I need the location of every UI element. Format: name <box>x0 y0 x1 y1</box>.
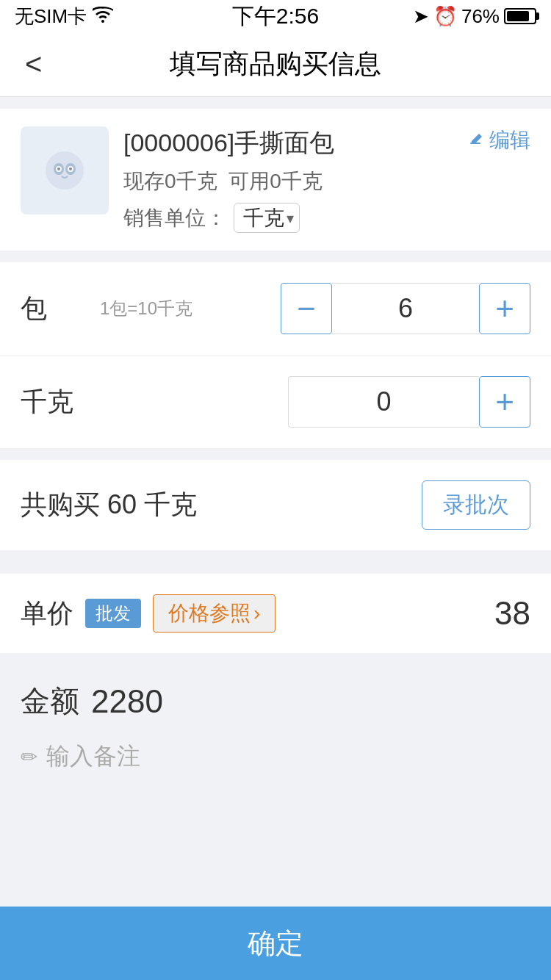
kg-stepper: + <box>288 376 530 428</box>
bao-row: 包 1包=10千克 − + <box>0 262 551 356</box>
amount-section: 金额 2280 ✏ 输入备注 <box>0 653 551 799</box>
status-right: ➤ ⏰ 76% <box>413 5 536 28</box>
price-row: 单价 批发 价格参照 › 38 <box>21 594 530 633</box>
price-ref-button[interactable]: 价格参照 › <box>153 594 276 633</box>
price-label: 单价 <box>21 596 73 632</box>
quantity-section: 包 1包=10千克 − + 千克 + <box>0 262 551 448</box>
confirm-label: 确定 <box>248 925 303 962</box>
status-time: 下午2:56 <box>232 1 319 32</box>
product-unit-row: 销售单位： 千克 包 <box>123 203 530 233</box>
amount-label: 金额 <box>21 681 79 721</box>
bao-sublabel: 1包=10千克 <box>100 297 192 320</box>
bao-increment-button[interactable]: + <box>479 283 530 334</box>
status-bar: 无SIM卡 下午2:56 ➤ ⏰ 76% <box>0 0 551 32</box>
bao-decrement-button[interactable]: − <box>281 283 332 334</box>
summary-text: 共购买 60 千克 <box>21 487 197 523</box>
status-left: 无SIM卡 <box>15 4 113 29</box>
pencil-icon: ✏ <box>21 745 37 769</box>
kg-increment-button[interactable]: + <box>479 376 530 428</box>
carrier-label: 无SIM卡 <box>15 4 87 29</box>
price-badge: 批发 <box>85 599 141 628</box>
remark-row[interactable]: ✏ 输入备注 <box>21 729 530 785</box>
price-value: 38 <box>494 595 530 632</box>
kg-label: 千克 <box>21 384 94 420</box>
kg-row: 千克 + <box>0 356 551 448</box>
unit-select[interactable]: 千克 包 <box>234 203 300 233</box>
gps-icon: ➤ <box>413 5 429 28</box>
bao-label: 包 <box>21 291 94 327</box>
edit-button[interactable]: 编辑 <box>469 126 530 154</box>
price-section: 单价 批发 价格参照 › 38 <box>0 574 551 653</box>
svg-point-0 <box>46 151 84 190</box>
divider-1 <box>0 550 551 562</box>
product-stock: 现存0千克 可用0千克 <box>123 167 530 195</box>
kg-input[interactable] <box>288 376 479 428</box>
battery-icon <box>504 8 536 24</box>
svg-point-5 <box>57 167 60 170</box>
summary-row: 共购买 60 千克 录批次 <box>0 460 551 550</box>
amount-value: 2280 <box>91 683 163 720</box>
batch-button[interactable]: 录批次 <box>422 480 530 530</box>
nav-bar: < 填写商品购买信息 <box>0 32 551 97</box>
product-image <box>21 126 109 215</box>
bao-input[interactable] <box>332 283 479 334</box>
page-title: 填写商品购买信息 <box>170 46 381 82</box>
bao-stepper: − + <box>281 283 530 334</box>
unit-select-wrapper[interactable]: 千克 包 <box>234 203 300 233</box>
alarm-icon: ⏰ <box>433 5 457 28</box>
back-button[interactable]: < <box>18 40 49 88</box>
amount-row: 金额 2280 <box>21 674 530 729</box>
battery-percent: 76% <box>461 5 500 28</box>
wifi-icon <box>93 5 113 28</box>
product-card: [0000006]手撕面包 现存0千克 可用0千克 销售单位： 千克 包 编辑 <box>0 109 551 251</box>
confirm-button[interactable]: 确定 <box>0 907 551 980</box>
remark-placeholder[interactable]: 输入备注 <box>46 741 140 773</box>
svg-point-6 <box>69 167 72 170</box>
